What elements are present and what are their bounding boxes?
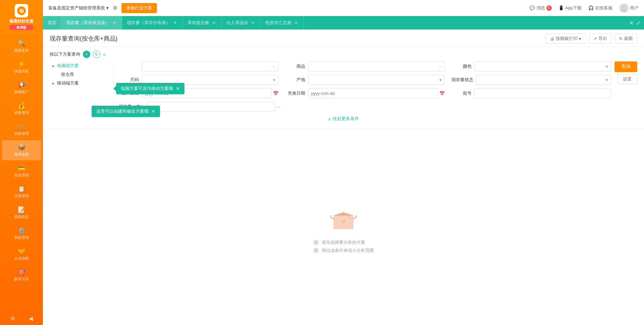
sidebar-item-finance[interactable]: 💳 资金管理 — [2, 161, 41, 181]
user-item[interactable]: 用户 — [619, 3, 639, 13]
tab-close-inventory-dist[interactable]: ✕ — [172, 20, 178, 25]
svg-point-3 — [622, 9, 626, 11]
empty-step-1: ① 请先选择要分析的方案 — [313, 239, 374, 246]
phone-icon: 📱 — [558, 5, 564, 10]
tab-receive-send[interactable]: 收发存汇总表 ✕ — [261, 16, 304, 30]
plan-item-mobile[interactable]: ▶ 移动端方案 — [50, 79, 110, 88]
svg-text:畅: 畅 — [19, 8, 24, 13]
sidebar-item-quicknav[interactable]: ⚡ 快捷导航 — [2, 57, 41, 77]
svg-point-5 — [339, 217, 347, 225]
sidebar-nav: 🔍 搜索菜单 ⚡ 快捷导航 📢 营销推广 💰 销售管理 🛒 采购管理 📦 库存核… — [0, 33, 43, 312]
expiry-date-label: 失效日期 — [285, 90, 305, 96]
query-button[interactable]: 查询 — [614, 61, 637, 72]
page-title: 现存量查询(按仓库+商品) — [50, 35, 118, 43]
tab-close-all-icon[interactable]: ✕ — [629, 20, 634, 26]
online-service-item[interactable]: 🎧 在线客服 — [588, 5, 612, 11]
expand-mobile-icon: ▶ — [52, 82, 55, 85]
filter-back-button[interactable]: « — [103, 52, 106, 57]
refresh-button[interactable]: ↻ 刷新 — [615, 34, 637, 44]
cart-icon: 🛒 — [18, 123, 25, 130]
tab-close-inventory-status[interactable]: ✕ — [112, 20, 117, 25]
sidebar-item-newguide[interactable]: 🎯 新手引导 — [2, 265, 41, 285]
sales-icon: 💰 — [18, 102, 25, 109]
color-dropdown-icon: ▾ — [606, 64, 608, 69]
reset-button[interactable]: 设置 — [617, 74, 637, 84]
print-button[interactable]: 🖨 按模板打印 ▾ — [546, 34, 586, 44]
app-download-item[interactable]: 📱 App下载 — [558, 5, 582, 11]
expiry-date-input: 📅 — [308, 88, 445, 98]
enterprise-icon: 🤝 — [18, 248, 25, 255]
tab-close-in-out-flow[interactable]: ✕ — [250, 20, 256, 25]
page-content: 现存量查询(按仓库+商品) 🖨 按模板打印 ▾ ↗ 导出 ↻ 刷新 — [43, 30, 644, 325]
sidebar-item-inventory[interactable]: 📦 库存核算 — [2, 140, 41, 160]
color-select[interactable]: ▾ — [474, 61, 611, 71]
product-select[interactable]: ··· — [308, 61, 445, 71]
tooltip-create-close[interactable]: ✕ — [151, 109, 155, 114]
origin-select[interactable]: ▾ — [308, 75, 445, 85]
settings-bottom-icon[interactable]: ⚙ — [10, 315, 15, 322]
filter-actions: 查询 设置 — [611, 61, 637, 113]
filter-reset-button[interactable]: ↻ — [93, 51, 100, 58]
tabbar-actions: ✕ ⤢ — [626, 16, 644, 30]
plan-tree: ▶ 电脑端方案 按仓库 ▶ 移动端方案 — [50, 61, 113, 113]
sidebar-item-enterprise[interactable]: 🤝 企业协同 — [2, 244, 41, 264]
filter-row-warehouse: ··· — [119, 61, 278, 71]
tooltip-create-plan: 这里可以创建和修改方案哦 ✕ — [92, 106, 160, 117]
plan-item-warehouse[interactable]: 按仓库 — [56, 70, 110, 79]
batch-input[interactable] — [474, 88, 611, 98]
tab-inventory-dist[interactable]: 现存量（库存分布表） ✕ — [122, 16, 183, 30]
origin-label: 产地 — [285, 77, 305, 83]
filter-row-expiry-date: 失效日期 📅 — [285, 88, 445, 98]
filter-area: 按以下方案查询 ＋ ↻ « ▶ 电脑端方案 按仓库 — [43, 47, 644, 129]
sidebar-item-marketing[interactable]: 📢 营销推广 — [2, 78, 41, 98]
empty-steps: ① 请先选择要分析的方案 ② 用过滤条件来缩小分析范围 — [313, 239, 374, 254]
stock-main-range: — — [148, 102, 281, 112]
logo-icon: 畅 — [15, 4, 28, 17]
finance-icon: 💳 — [18, 164, 25, 172]
sidebar-item-system[interactable]: ⚙️ 系统管理 — [2, 223, 41, 243]
dropdown-chevron-icon: ▾ — [106, 5, 109, 10]
filter-add-button[interactable]: ＋ — [83, 51, 90, 58]
sidebar-item-sales[interactable]: 💰 销售管理 — [2, 99, 41, 119]
stock-main-from[interactable] — [148, 102, 275, 112]
tooltip-pc-close[interactable]: ✕ — [176, 86, 180, 91]
tab-in-out-flow[interactable]: 出入库流水 ✕ — [222, 16, 261, 30]
prod-date-calendar-icon[interactable]: 📅 — [273, 91, 278, 96]
export-button[interactable]: ↗ 导出 — [589, 34, 611, 44]
filter-label: 按以下方案查询 — [50, 51, 80, 57]
origin-dropdown-icon: ▾ — [439, 77, 442, 83]
range-separator: — — [276, 104, 281, 109]
tab-close-batch-account[interactable]: ✕ — [211, 20, 217, 25]
topbar-gear-icon[interactable]: ⚙ — [113, 5, 117, 11]
filter-row-stock-status: 现存量状态 ▾ — [451, 75, 611, 85]
tab-inventory-status[interactable]: 现存量（库存状况表） ✕ — [61, 16, 122, 30]
tab-maximize-icon[interactable]: ⤢ — [636, 20, 641, 26]
operations-icon: 📋 — [18, 185, 25, 193]
sidebar-item-search[interactable]: 🔍 搜索菜单 — [2, 36, 41, 56]
sidebar-item-purchase[interactable]: 🛒 采购管理 — [2, 119, 41, 140]
svg-point-2 — [623, 6, 625, 9]
stock-status-select[interactable]: ▾ — [476, 75, 611, 85]
warehouse-select[interactable]: ··· — [142, 61, 278, 71]
expiry-date-field[interactable] — [308, 88, 438, 98]
notification-item[interactable]: 💬 消息 6 — [530, 5, 552, 11]
collapse-up-icon: ∧ — [328, 116, 331, 121]
tab-home[interactable]: 首页 — [43, 16, 61, 30]
avatar — [619, 3, 629, 13]
expiry-date-calendar-icon[interactable]: 📅 — [439, 91, 445, 96]
empty-step-2: ② 用过滤条件来缩小分析范围 — [313, 248, 374, 254]
tab-batch-account[interactable]: 库存批次账 ✕ — [183, 16, 222, 30]
trial-button[interactable]: 体验行业方案 — [121, 3, 157, 13]
filter-row-origin: 产地 ▾ — [285, 75, 445, 85]
system-selector[interactable]: 装备及固定资产辅助管理系统 ▾ — [48, 5, 109, 11]
sidebar-logo: 畅 畅通好好生意 标准版 — [0, 0, 43, 33]
sidebar-bottom: ⚙ ◀ — [0, 312, 43, 325]
tab-close-receive-send[interactable]: ✕ — [293, 20, 299, 25]
svg-point-7 — [344, 219, 345, 220]
plan-item-desktop[interactable]: ▶ 电脑端方案 — [50, 61, 110, 70]
search-icon: 🔍 — [18, 40, 25, 47]
lightning-icon: ⚡ — [18, 60, 25, 68]
sidebar-item-operations[interactable]: 📋 经营管理 — [2, 182, 41, 202]
collapse-sidebar-icon[interactable]: ◀ — [29, 315, 33, 322]
sidebar-item-basicinfo[interactable]: 📝 基础信息 — [2, 203, 41, 223]
